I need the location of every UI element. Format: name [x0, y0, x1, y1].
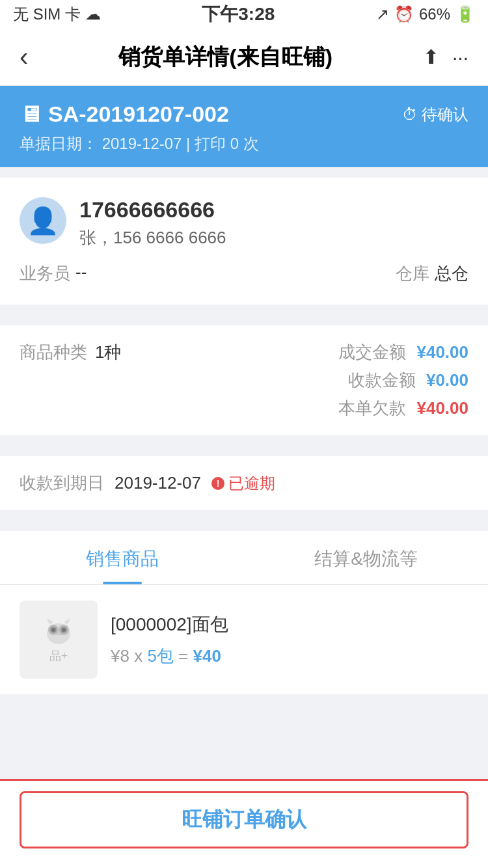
summary-row: 商品种类 1种 成交金额 ¥40.00 收款金额 ¥0.00 本单欠款 ¥40.… — [20, 341, 468, 420]
customer-card: 👤 17666666666 张，156 6666 6666 业务员 -- 仓库 … — [0, 178, 488, 305]
due-date-label: 收款到期日 — [20, 472, 104, 495]
divider-1 — [0, 305, 488, 315]
nav-right: ⬆ ··· — [423, 46, 468, 68]
location-icon: ↗ — [376, 5, 389, 23]
category-info: 商品种类 1种 — [20, 341, 121, 364]
nav-bar: ‹ 销货单详情(来自旺铺) ⬆ ··· — [0, 29, 488, 86]
received-amount-value: ¥0.00 — [426, 370, 468, 390]
order-date-row: 单据日期： 2019-12-07 | 打印 0 次 — [20, 133, 468, 154]
page-title: 销货单详情(来自旺铺) — [118, 42, 332, 72]
amounts-info: 成交金额 ¥40.00 收款金额 ¥0.00 本单欠款 ¥40.00 — [338, 341, 468, 420]
avatar: 👤 — [20, 197, 66, 244]
tab-settlement-label: 结算&物流等 — [314, 549, 418, 569]
price-total: ¥40 — [193, 646, 221, 666]
owed-amount-value: ¥40.00 — [416, 398, 468, 418]
order-header: 🖥 SA-20191207-002 ⏱ 待确认 单据日期： 2019-12-07… — [0, 86, 488, 167]
sim-status: 无 SIM 卡 ☁ — [13, 4, 101, 25]
owed-amount-row: 本单欠款 ¥40.00 — [338, 397, 468, 420]
status-text: 待确认 — [422, 104, 468, 125]
more-button[interactable]: ··· — [452, 46, 468, 68]
deal-amount-row: 成交金额 ¥40.00 — [338, 341, 468, 364]
status-bar-left: 无 SIM 卡 ☁ — [13, 4, 101, 25]
order-id-text: SA-20191207-002 — [48, 102, 229, 127]
product-item: 品+ [0000002]面包 ¥8 x 5包 = ¥40 — [0, 585, 488, 694]
customer-row: 👤 17666666666 张，156 6666 6666 — [20, 197, 468, 249]
status-bar: 无 SIM 卡 ☁ 下午3:28 ↗ ⏰ 66% 🔋 — [0, 0, 488, 29]
product-info: [0000002]面包 ¥8 x 5包 = ¥40 — [111, 612, 468, 668]
owed-amount-label: 本单欠款 — [338, 397, 406, 420]
date-label: 单据日期： — [20, 135, 98, 152]
received-amount-label: 收款金额 — [348, 369, 416, 392]
tabs-card: 销售商品 结算&物流等 — [0, 531, 488, 694]
product-name: [0000002]面包 — [111, 612, 468, 637]
bottom-bar: 旺铺订单确认 — [0, 779, 488, 868]
deal-amount-label: 成交金额 — [338, 341, 406, 364]
confirm-order-button[interactable]: 旺铺订单确认 — [20, 791, 468, 848]
deal-amount-value: ¥40.00 — [416, 342, 468, 362]
customer-info: 17666666666 张，156 6666 6666 — [79, 197, 468, 249]
tab-products-label: 销售商品 — [86, 549, 159, 569]
battery-status: 66% — [419, 5, 450, 23]
overdue-dot-icon: ! — [211, 477, 224, 490]
brand-text: 品+ — [49, 648, 68, 664]
customer-phone: 17666666666 — [79, 197, 468, 223]
status-bar-right: ↗ ⏰ 66% 🔋 — [376, 5, 475, 23]
order-status: ⏱ 待确认 — [402, 104, 468, 125]
received-amount-row: 收款金额 ¥0.00 — [348, 369, 468, 392]
battery-icon: 🔋 — [455, 5, 475, 23]
svg-point-6 — [62, 628, 66, 632]
meta-row: 业务员 -- 仓库 总仓 — [20, 262, 468, 285]
alarm-icon: ⏰ — [394, 5, 414, 23]
sales-meta: 业务员 -- — [20, 262, 87, 285]
svg-marker-8 — [47, 618, 53, 625]
confirm-order-label: 旺铺订单确认 — [182, 806, 306, 834]
nav-left: ‹ — [20, 42, 28, 72]
tabs-row: 销售商品 结算&物流等 — [0, 531, 488, 585]
back-button[interactable]: ‹ — [20, 42, 28, 72]
due-date-value: 2019-12-07 — [115, 473, 201, 493]
product-price: ¥8 x 5包 = ¥40 — [111, 645, 468, 668]
order-id-icon: 🖥 — [20, 102, 42, 127]
category-label: 商品种类 — [20, 341, 87, 364]
summary-card: 商品种类 1种 成交金额 ¥40.00 收款金额 ¥0.00 本单欠款 ¥40.… — [0, 325, 488, 435]
share-button[interactable]: ⬆ — [423, 46, 439, 68]
overdue-text: 已逾期 — [228, 473, 275, 494]
order-date-value: 2019-12-07 — [102, 135, 182, 152]
svg-point-5 — [51, 628, 55, 632]
order-id: 🖥 SA-20191207-002 — [20, 102, 229, 127]
price-value: ¥8 x — [111, 646, 142, 666]
svg-marker-9 — [64, 618, 70, 625]
tab-settlement[interactable]: 结算&物流等 — [244, 531, 488, 584]
warehouse-label: 仓库 — [396, 262, 429, 285]
order-id-row: 🖥 SA-20191207-002 ⏱ 待确认 — [20, 102, 468, 127]
avatar-icon: 👤 — [27, 206, 59, 236]
tab-products[interactable]: 销售商品 — [0, 531, 244, 584]
warehouse-meta: 仓库 总仓 — [396, 262, 468, 285]
owl-logo-icon — [39, 616, 78, 648]
product-thumb-inner: 品+ — [39, 616, 78, 664]
status-clock-icon: ⏱ — [402, 105, 418, 124]
price-qty: 5包 — [147, 646, 173, 666]
product-thumbnail: 品+ — [20, 601, 98, 679]
overdue-badge: ! 已逾期 — [211, 473, 275, 494]
sales-label: 业务员 — [20, 262, 70, 285]
sales-value: -- — [75, 262, 87, 285]
customer-name: 张，156 6666 6666 — [79, 226, 468, 249]
divider-2 — [0, 435, 488, 446]
category-value: 1种 — [95, 341, 121, 364]
due-date-card: 收款到期日 2019-12-07 ! 已逾期 — [0, 456, 488, 510]
price-equals: = — [178, 646, 188, 666]
divider-3 — [0, 510, 488, 521]
warehouse-value: 总仓 — [435, 262, 468, 285]
print-info: | 打印 0 次 — [186, 135, 259, 152]
status-bar-time: 下午3:28 — [202, 2, 275, 27]
